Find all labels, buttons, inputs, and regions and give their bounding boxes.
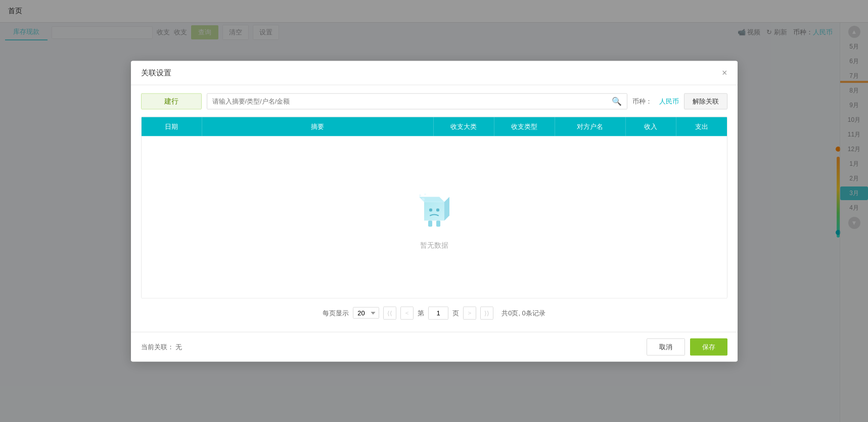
page-label: 第 xyxy=(418,308,424,317)
cancel-button[interactable]: 取消 xyxy=(647,338,685,355)
page-size-select[interactable]: 20 50 100 xyxy=(353,307,379,319)
first-page-button[interactable]: ⟨⟨ xyxy=(383,306,396,319)
current-link-value: 无 xyxy=(175,343,182,350)
modal-header: 关联设置 × xyxy=(131,61,738,85)
association-settings-modal: 关联设置 × 建行 🔍 币种： 人民币 解除关联 日期 摘要 收支大类 收支类型… xyxy=(131,61,738,361)
page-input[interactable] xyxy=(428,306,448,319)
current-link-display: 当前关联： 无 xyxy=(141,342,182,351)
svg-point-9 xyxy=(424,193,426,195)
svg-marker-0 xyxy=(424,202,444,220)
svg-marker-2 xyxy=(444,197,449,220)
col-summary: 摘要 xyxy=(202,117,434,136)
data-table: 日期 摘要 收支大类 收支类型 对方户名 收入 支出 xyxy=(141,116,727,298)
modal-body: 建行 🔍 币种： 人民币 解除关联 日期 摘要 收支大类 收支类型 对方户名 收… xyxy=(131,85,738,332)
current-link-label: 当前关联： xyxy=(141,343,174,350)
svg-rect-3 xyxy=(429,208,432,211)
bank-tag: 建行 xyxy=(141,93,202,109)
unlink-button[interactable]: 解除关联 xyxy=(684,93,727,109)
currency-label: 币种： xyxy=(632,97,652,106)
svg-rect-6 xyxy=(436,220,440,226)
svg-rect-5 xyxy=(428,220,432,226)
modal-footer: 当前关联： 无 取消 保存 xyxy=(131,332,738,361)
empty-text: 暂无数据 xyxy=(420,241,448,250)
next-page-button[interactable]: ＞ xyxy=(463,306,476,319)
modal-close-button[interactable]: × xyxy=(722,68,727,77)
currency-value: 人民币 xyxy=(659,97,679,106)
search-row: 建行 🔍 币种： 人民币 解除关联 xyxy=(141,93,727,109)
save-button[interactable]: 保存 xyxy=(690,338,727,355)
col-category: 收支大类 xyxy=(434,117,494,136)
col-date: 日期 xyxy=(142,117,202,136)
footer-buttons: 取消 保存 xyxy=(647,338,727,355)
search-input-wrap: 🔍 xyxy=(207,93,627,109)
per-page-label: 每页显示 xyxy=(323,308,349,317)
search-input[interactable] xyxy=(212,98,612,105)
pagination-row: 每页显示 20 50 100 ⟨⟨ ＜ 第 页 ＞ ⟩⟩ 共0页, 0条记录 xyxy=(141,298,727,323)
table-body: 暂无数据 xyxy=(142,136,727,298)
col-type: 收支类型 xyxy=(494,117,555,136)
col-expense: 支出 xyxy=(676,117,727,136)
modal-title: 关联设置 xyxy=(141,68,171,77)
total-info: 共0页, 0条记录 xyxy=(501,308,545,317)
table-header: 日期 摘要 收支大类 收支类型 对方户名 收入 支出 xyxy=(142,117,727,136)
search-icon[interactable]: 🔍 xyxy=(612,97,622,106)
svg-point-8 xyxy=(419,194,421,196)
svg-point-7 xyxy=(422,198,425,201)
empty-illustration xyxy=(409,184,460,235)
col-income: 收入 xyxy=(626,117,676,136)
prev-page-button[interactable]: ＜ xyxy=(400,306,414,319)
svg-rect-4 xyxy=(436,208,439,211)
page-unit: 页 xyxy=(452,308,459,317)
col-counterparty: 对方户名 xyxy=(555,117,626,136)
last-page-button[interactable]: ⟩⟩ xyxy=(480,306,493,319)
